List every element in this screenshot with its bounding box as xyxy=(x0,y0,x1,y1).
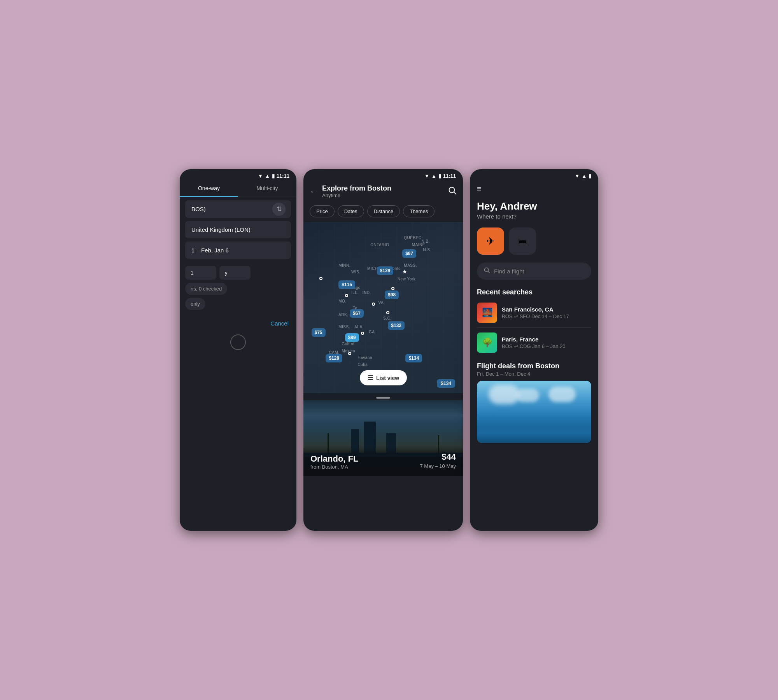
status-bar-2: ▼ ▲ ▮ 11:11 xyxy=(303,169,463,180)
price-tag-98[interactable]: $98 xyxy=(385,290,399,299)
price-tag-129a[interactable]: $129 xyxy=(377,266,394,275)
map-label-sc: S.C. xyxy=(383,316,391,320)
price-tag-132[interactable]: $132 xyxy=(388,321,405,330)
luggage-tag[interactable]: ns, 0 checked xyxy=(185,283,227,295)
status-icons-1: ▼ ▲ ▮ 11:11 xyxy=(258,173,289,179)
greeting-section: Hey, Andrew Where to next? xyxy=(470,196,598,221)
map-label-ns: N.S. xyxy=(423,248,431,252)
price-tag-89[interactable]: $89 xyxy=(345,333,359,342)
list-icon: ☰ xyxy=(368,374,373,382)
svg-line-3 xyxy=(488,271,490,273)
deal-image[interactable] xyxy=(477,381,591,443)
paris-thumbnail xyxy=(477,332,497,353)
tab-one-way[interactable]: One-way xyxy=(180,180,238,197)
option-row-3: only xyxy=(185,298,291,310)
price-tag-129b[interactable]: $129 xyxy=(326,354,342,362)
city-name: Orlando, FL xyxy=(310,454,456,464)
filter-chips: Price Dates Distance Themes xyxy=(303,202,463,222)
filter-dates[interactable]: Dates xyxy=(338,205,364,217)
list-view-label: List view xyxy=(376,375,399,381)
map-dot-6 xyxy=(361,332,364,335)
map-view[interactable]: ONTARIO QUÉBEC MINN. WIS. MICH. IOWA ILL… xyxy=(303,222,463,393)
wifi-icon-2: ▼ xyxy=(424,173,429,179)
paris-city: Paris, France xyxy=(502,336,565,343)
swap-button[interactable]: ⇅ xyxy=(272,203,286,216)
price-tag-115[interactable]: $115 xyxy=(338,280,355,289)
map-label-ga: GA. xyxy=(369,330,376,334)
sf-route: BOS ⇌ SFO Dec 14 – Dec 17 xyxy=(502,313,569,319)
star-marker: ★ xyxy=(402,268,407,275)
price-tag-67[interactable]: $67 xyxy=(350,309,364,318)
menu-icon[interactable]: ≡ xyxy=(477,184,482,193)
signal-icon-2: ▲ xyxy=(431,173,436,179)
map-background xyxy=(303,222,463,393)
explore-title-group: Explore from Boston Anytime xyxy=(322,184,391,198)
date-field[interactable]: 1 – Feb, Jan 6 xyxy=(185,242,291,259)
map-label-cuba: Cuba xyxy=(357,362,368,367)
option-1-value: 1 xyxy=(191,270,193,276)
back-button[interactable]: ← xyxy=(310,187,317,196)
phone-3: ▼ ▲ ▮ ≡ Hey, Andrew Where to next? ✈ 🛏 xyxy=(470,169,598,531)
search-placeholder: Find a flight xyxy=(494,268,524,275)
origin-value: BOS) xyxy=(191,206,206,212)
recent-search-paris[interactable]: Paris, France BOS ⇌ CDG Jan 6 – Jan 20 xyxy=(470,329,598,357)
map-label-minn: MINN. xyxy=(338,263,350,268)
explore-subtitle: Anytime xyxy=(322,192,391,198)
category-icons-row: ✈ 🛏 xyxy=(470,221,598,259)
cloud-1 xyxy=(489,385,520,404)
city-dates: 7 May – 10 May xyxy=(420,463,456,469)
home-header: ≡ xyxy=(470,180,598,196)
sf-thumbnail xyxy=(477,303,497,323)
map-label-quebec: QUÉBEC xyxy=(404,236,421,240)
water-bg xyxy=(477,424,591,443)
map-label-havana: Havana xyxy=(357,355,372,360)
map-dot-1 xyxy=(319,277,322,280)
flight-icon: ✈ xyxy=(486,235,495,247)
recent-searches-title: Recent searches xyxy=(470,283,598,299)
price-tag-right[interactable]: $134 xyxy=(437,379,455,388)
option-row-1: 1 y xyxy=(185,266,291,280)
city-overlay: Orlando, FL from Boston, MA $44 7 May – … xyxy=(303,446,463,476)
tab-multi-city[interactable]: Multi-city xyxy=(238,180,296,197)
options-section: 1 y ns, 0 checked only xyxy=(180,262,296,314)
city-price: $44 xyxy=(442,452,456,462)
cancel-button[interactable]: Cancel xyxy=(180,314,296,331)
option-2-value: y xyxy=(225,270,228,276)
explore-header: ← Explore from Boston Anytime xyxy=(303,180,463,202)
flight-type-tabs: One-way Multi-city xyxy=(180,180,296,197)
search-button[interactable] xyxy=(448,186,457,197)
flights-icon-button[interactable]: ✈ xyxy=(477,228,504,255)
price-tag-97[interactable]: $97 xyxy=(402,249,416,258)
option-2[interactable]: y xyxy=(219,266,251,280)
map-label-gulf: Gulf of xyxy=(342,342,354,346)
list-view-button[interactable]: ☰ List view xyxy=(360,370,407,385)
greeting-text: Hey, Andrew xyxy=(477,200,591,212)
map-label-newyork: New York xyxy=(398,277,415,281)
time-2: 11:11 xyxy=(443,173,456,179)
price-tag-75[interactable]: $75 xyxy=(312,328,326,337)
option-row-2: ns, 0 checked xyxy=(185,283,291,295)
time-1: 11:11 xyxy=(277,173,289,179)
sf-city: San Francisco, CA xyxy=(502,306,569,313)
map-dot-5 xyxy=(345,294,348,297)
map-label-ontario: ONTARIO xyxy=(370,243,389,247)
home-button[interactable] xyxy=(230,334,246,350)
filter-price[interactable]: Price xyxy=(310,205,335,217)
recent-search-sf[interactable]: San Francisco, CA BOS ⇌ SFO Dec 14 – Dec… xyxy=(470,299,598,327)
sf-info: San Francisco, CA BOS ⇌ SFO Dec 14 – Dec… xyxy=(502,306,569,319)
option-1[interactable]: 1 xyxy=(185,266,216,280)
filter-distance[interactable]: Distance xyxy=(367,205,400,217)
origin-field[interactable]: BOS) ⇅ xyxy=(185,200,291,218)
destination-field[interactable]: United Kingdom (LON) xyxy=(185,221,291,238)
search-bar[interactable]: Find a flight xyxy=(477,262,591,280)
hotels-icon-button[interactable]: 🛏 xyxy=(509,228,536,255)
only-tag[interactable]: only xyxy=(185,298,205,310)
map-label-ala: ALA. xyxy=(354,325,364,329)
map-dot-2 xyxy=(391,287,394,290)
filter-themes[interactable]: Themes xyxy=(403,205,435,217)
hotel-icon: 🛏 xyxy=(518,236,527,246)
price-tag-134[interactable]: $134 xyxy=(405,354,422,362)
date-value: 1 – Feb, Jan 6 xyxy=(191,247,229,254)
deals-title: Flight deals from Boston xyxy=(470,357,598,371)
status-bar-3: ▼ ▲ ▮ xyxy=(470,169,598,180)
